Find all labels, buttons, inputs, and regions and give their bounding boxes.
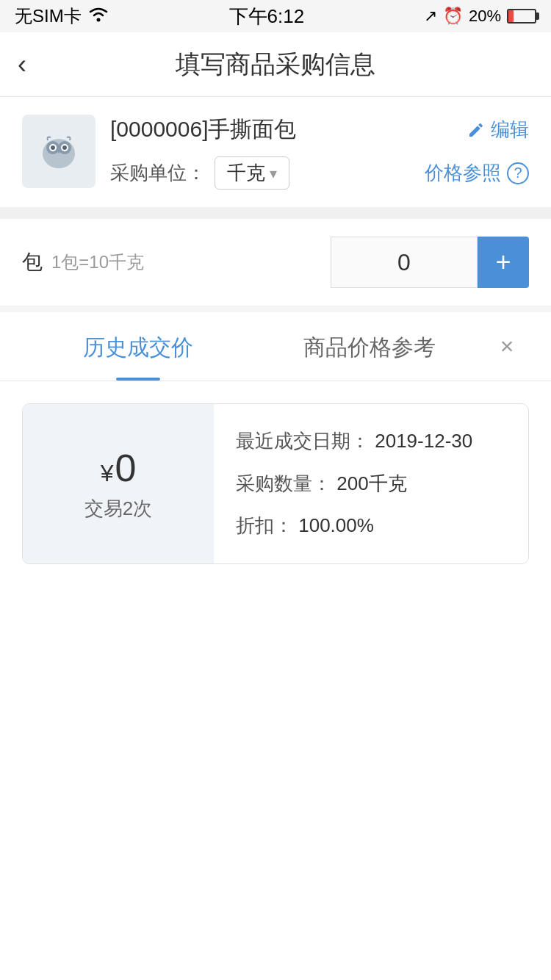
tab-price-ref-label: 商品价格参考 bbox=[303, 335, 436, 359]
transaction-card: ¥ 0 交易2次 最近成交日期： 2019-12-30 采购数量： 200千克 … bbox=[22, 403, 529, 564]
quantity-control: 0 + bbox=[331, 237, 529, 288]
product-image bbox=[22, 115, 96, 188]
back-button[interactable]: ‹ bbox=[18, 49, 26, 80]
purchase-unit: 采购单位： 千克 ▾ bbox=[110, 156, 289, 190]
edit-label: 编辑 bbox=[491, 117, 529, 143]
product-info: [0000006]手撕面包 编辑 采购单位： 千克 ▾ 价格 bbox=[110, 115, 529, 190]
svg-point-0 bbox=[96, 18, 100, 22]
transaction-area: ¥ 0 交易2次 最近成交日期： 2019-12-30 采购数量： 200千克 … bbox=[0, 381, 551, 586]
product-name: [0000006]手撕面包 bbox=[110, 115, 296, 145]
page-title: 填写商品采购信息 bbox=[176, 48, 375, 82]
product-header: [0000006]手撕面包 编辑 bbox=[110, 115, 529, 145]
recent-date-label: 最近成交日期： bbox=[236, 430, 370, 452]
price-ref-button[interactable]: 价格参照 ? bbox=[425, 160, 529, 186]
unit-conversion: 1包=10千克 bbox=[51, 251, 144, 274]
tab-price-reference[interactable]: 商品价格参考 bbox=[253, 312, 485, 381]
unit-label: 包 1包=10千克 bbox=[22, 248, 144, 276]
tabs-section: 历史成交价 商品价格参考 × ¥ 0 交易2次 最近成交日期： 2019-12-… bbox=[0, 312, 551, 586]
status-left: 无SIM卡 bbox=[15, 4, 109, 28]
unit-select[interactable]: 千克 ▾ bbox=[215, 156, 289, 190]
edit-button[interactable]: 编辑 bbox=[467, 117, 529, 143]
alarm-icon: ⏰ bbox=[443, 7, 463, 26]
product-card: [0000006]手撕面包 编辑 采购单位： 千克 ▾ 价格 bbox=[0, 97, 551, 207]
transaction-left: ¥ 0 交易2次 bbox=[23, 404, 214, 563]
status-time: 下午6:12 bbox=[229, 4, 305, 29]
recent-date-row: 最近成交日期： 2019-12-30 bbox=[236, 426, 506, 457]
currency-symbol: ¥ bbox=[101, 460, 114, 487]
quantity-row: 包 1包=10千克 0 + bbox=[0, 219, 551, 306]
quantity-plus-button[interactable]: + bbox=[478, 237, 529, 288]
recent-date-value: 2019-12-30 bbox=[375, 430, 472, 452]
purchase-row: 采购单位： 千克 ▾ 价格参照 ? bbox=[110, 156, 529, 190]
purchase-qty-label: 采购数量： bbox=[236, 472, 331, 494]
unit-chevron-icon: ▾ bbox=[270, 165, 277, 182]
unit-badge: 包 bbox=[22, 248, 43, 276]
quantity-input[interactable]: 0 bbox=[331, 237, 478, 288]
purchase-unit-label: 采购单位： bbox=[110, 160, 206, 186]
purchase-qty-value: 200千克 bbox=[336, 472, 406, 494]
location-icon: ↗ bbox=[424, 7, 437, 26]
purchase-qty-row: 采购数量： 200千克 bbox=[236, 469, 506, 500]
svg-point-7 bbox=[62, 145, 67, 150]
transaction-right: 最近成交日期： 2019-12-30 采购数量： 200千克 折扣： 100.0… bbox=[214, 404, 528, 563]
tab-history-label: 历史成交价 bbox=[83, 335, 193, 359]
price-ref-help-icon: ? bbox=[507, 162, 529, 184]
carrier-text: 无SIM卡 bbox=[15, 4, 82, 28]
unit-value: 千克 bbox=[227, 160, 265, 186]
tab-history-price[interactable]: 历史成交价 bbox=[22, 312, 253, 381]
svg-point-6 bbox=[51, 145, 55, 150]
transaction-price: ¥ 0 bbox=[101, 446, 137, 490]
discount-row: 折扣： 100.00% bbox=[236, 511, 506, 541]
nav-bar: ‹ 填写商品采购信息 bbox=[0, 32, 551, 97]
main-content bbox=[0, 586, 551, 980]
battery-percent: 20% bbox=[469, 7, 501, 26]
quantity-value: 0 bbox=[397, 249, 411, 276]
tab-close-button[interactable]: × bbox=[485, 325, 529, 369]
status-right: ↗ ⏰ 20% bbox=[424, 7, 536, 26]
battery-fill bbox=[508, 10, 514, 22]
transaction-count: 交易2次 bbox=[84, 496, 152, 522]
discount-value: 100.00% bbox=[298, 514, 374, 536]
status-bar: 无SIM卡 下午6:12 ↗ ⏰ 20% bbox=[0, 0, 551, 32]
tabs-header: 历史成交价 商品价格参考 × bbox=[0, 312, 551, 381]
product-row: [0000006]手撕面包 编辑 采购单位： 千克 ▾ 价格 bbox=[22, 115, 529, 190]
price-ref-label: 价格参照 bbox=[425, 160, 501, 186]
wifi-icon bbox=[87, 6, 109, 26]
discount-label: 折扣： bbox=[236, 514, 293, 536]
price-value: 0 bbox=[115, 446, 136, 490]
battery-icon bbox=[507, 9, 536, 24]
section-divider bbox=[0, 207, 551, 219]
